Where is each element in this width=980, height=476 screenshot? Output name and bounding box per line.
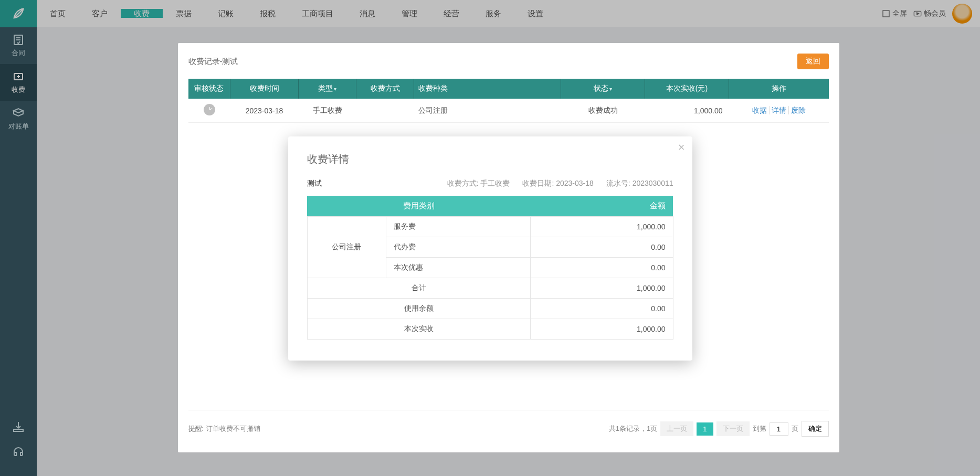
table-row: 2023-03-18 手工收费 公司注册 收费成功 1,000.00 收据详情废… (188, 99, 829, 123)
modal-title: 收费详情 (307, 152, 673, 166)
th-7: 操作 (729, 79, 829, 99)
cell-status: 收费成功 (561, 99, 645, 123)
th-0: 审核状态 (188, 79, 230, 99)
cell-ops: 收据详情废除 (729, 99, 829, 123)
th-amount: 金额 (531, 196, 673, 217)
panel-title: 收费记录-测试 (188, 57, 238, 67)
modal-customer: 测试 (307, 179, 322, 188)
panel-footer: 提醒: 订单收费不可撤销 共1条记录，1页 上一页 1 下一页 到第 页 确定 (188, 410, 829, 437)
th-1: 收费时间 (230, 79, 299, 99)
detail-total-row: 合计1,000.00 (307, 278, 673, 299)
cell-type: 手工收费 (299, 99, 356, 123)
footer-tip: 提醒: 订单收费不可撤销 (188, 424, 260, 433)
detail-group-name: 公司注册 (307, 217, 386, 278)
op-receipt[interactable]: 收据 (750, 106, 769, 114)
detail-modal: × 收费详情 测试 收费方式: 手工收费 收费日期: 2023-03-18 流水… (288, 136, 692, 361)
detail-table: 费用类别 金额 公司注册服务费1,000.00代办费0.00本次优惠0.00合计… (307, 196, 673, 340)
goto-suffix: 页 (792, 424, 798, 433)
cell-amount: 1,000.00 (645, 99, 729, 123)
detail-total-row: 本次实收1,000.00 (307, 319, 673, 340)
th-6: 本次实收(元) (645, 79, 729, 99)
th-2[interactable]: 类型 (299, 79, 356, 99)
op-void[interactable]: 废除 (788, 106, 808, 114)
back-button[interactable]: 返回 (797, 54, 829, 69)
clock-icon (204, 104, 215, 115)
detail-row: 公司注册服务费1,000.00 (307, 217, 673, 237)
goto-confirm-button[interactable]: 确定 (802, 421, 829, 437)
pager: 共1条记录，1页 上一页 1 下一页 到第 页 确定 (609, 421, 829, 437)
th-5[interactable]: 状态 (561, 79, 645, 99)
prev-page-button[interactable]: 上一页 (660, 421, 693, 436)
goto-page-input[interactable] (770, 422, 788, 436)
page-1-button[interactable]: 1 (697, 422, 713, 436)
goto-prefix: 到第 (753, 424, 766, 433)
detail-total-row: 使用余额0.00 (307, 299, 673, 319)
th-3: 收费方式 (356, 79, 414, 99)
pager-summary: 共1条记录，1页 (609, 424, 657, 433)
cell-feekind: 公司注册 (414, 99, 561, 123)
cell-time: 2023-03-18 (230, 99, 299, 123)
modal-meta: 收费方式: 手工收费 收费日期: 2023-03-18 流水号: 2023030… (447, 179, 673, 188)
th-category: 费用类别 (307, 196, 531, 217)
close-icon[interactable]: × (678, 142, 685, 153)
next-page-button[interactable]: 下一页 (716, 421, 750, 436)
op-detail[interactable]: 详情 (769, 106, 788, 114)
records-table: 审核状态收费时间类型收费方式收费种类状态本次实收(元)操作 2023-03-18… (188, 79, 829, 123)
cell-method (356, 99, 414, 123)
th-4: 收费种类 (414, 79, 561, 99)
